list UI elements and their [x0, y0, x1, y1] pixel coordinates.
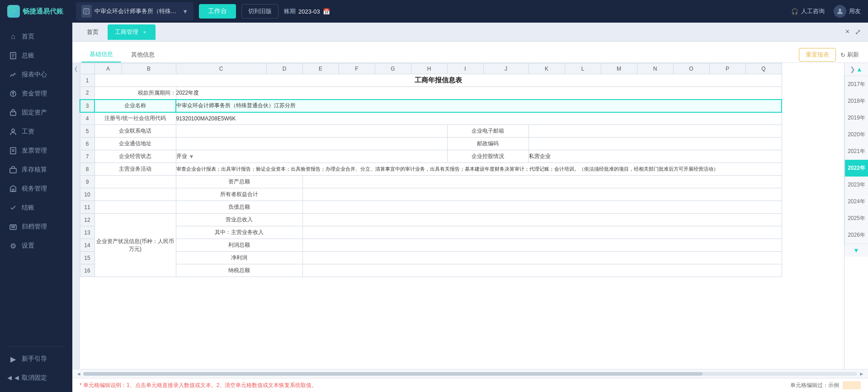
col-d[interactable]: D — [266, 63, 302, 74]
cell-shareholding-value[interactable]: 私营企业 — [528, 150, 782, 163]
company-selector[interactable]: 中审众环会计师事务所（特殊普通合伙... ▼ — [76, 2, 193, 20]
sidebar-item-home[interactable]: ⌂ 首页 — [0, 27, 72, 46]
scroll-right-btn[interactable]: ► — [859, 371, 864, 377]
sidebar-item-settings[interactable]: ⚙ 设置 — [0, 236, 72, 255]
calendar-icon[interactable]: 📅 — [323, 8, 330, 15]
cell-title[interactable]: 工商年报信息表 — [94, 74, 782, 87]
col-f[interactable]: F — [339, 63, 375, 74]
left-collapse-btn[interactable] — [72, 63, 80, 369]
cell-address-value[interactable] — [176, 138, 447, 150]
cell-main-revenue-value[interactable] — [302, 226, 782, 239]
col-c[interactable]: C — [176, 63, 266, 74]
cell-equity-value[interactable] — [302, 188, 782, 201]
year-item-2023[interactable]: 2023年 — [845, 177, 868, 193]
svg-rect-18 — [12, 226, 14, 228]
year-item-2017[interactable]: 2017年 — [845, 76, 868, 93]
page-content: 基础信息 其他信息 重置报表 ↻ 刷新 — [72, 42, 868, 392]
sidebar-item-tax[interactable]: 税务管理 — [0, 179, 72, 198]
scroll-track[interactable] — [83, 372, 857, 376]
col-k[interactable]: K — [528, 63, 565, 74]
cell-phone-value[interactable] — [176, 125, 447, 138]
col-j[interactable]: J — [483, 63, 528, 74]
year-item-2024[interactable]: 2024年 — [845, 193, 868, 210]
year-item-2025[interactable]: 2025年 — [845, 210, 868, 227]
col-p[interactable]: P — [709, 63, 745, 74]
col-n[interactable]: N — [637, 63, 673, 74]
sidebar-item-assets[interactable]: 固定资产 — [0, 103, 72, 122]
cell-tax-total-value[interactable] — [302, 264, 782, 277]
workbench-button[interactable]: 工作台 — [199, 4, 236, 19]
col-o[interactable]: O — [673, 63, 709, 74]
year-item-2021[interactable]: 2021年 — [845, 143, 868, 160]
cell-total-revenue-value[interactable] — [302, 214, 782, 226]
user-info[interactable]: 用友 — [834, 5, 861, 18]
right-panel: ❯ ▲ 2017年 2018年 2019年 2020年 2021年 2022年 … — [844, 63, 868, 369]
reset-report-button[interactable]: 重置报表 — [799, 48, 836, 62]
col-l[interactable]: L — [565, 63, 601, 74]
year-item-2022[interactable]: 2022年 — [845, 160, 868, 177]
cell-net-profit-value[interactable] — [302, 252, 782, 264]
window-close-btn[interactable]: × — [845, 28, 849, 36]
col-e[interactable]: E — [302, 63, 339, 74]
panel-down-icon[interactable]: ▼ — [853, 247, 859, 254]
spreadsheet-main[interactable]: A B C D E F G H I J K L — [80, 63, 844, 369]
sidebar-item-finance[interactable]: 资金管理 — [0, 84, 72, 103]
support-label: 人工咨询 — [801, 7, 825, 15]
tab-gongshang[interactable]: 工商管理 × — [108, 24, 156, 40]
window-expand-btn[interactable]: ⤢ — [855, 28, 861, 36]
year-item-2018[interactable]: 2018年 — [845, 93, 868, 110]
user-name: 用友 — [849, 7, 861, 15]
year-item-2020[interactable]: 2020年 — [845, 126, 868, 143]
table-row: 8 主营业务活动 审查企业会计报表；出具审计报告；验证企业资本；出具验资报告；办… — [80, 163, 782, 176]
sidebar-item-guide[interactable]: ▶ 新手引导 — [0, 349, 72, 368]
home-icon: ⌂ — [9, 33, 17, 41]
cell-period-value[interactable]: 2022年度 — [176, 87, 782, 100]
cell-profit-value[interactable] — [302, 239, 782, 252]
col-q[interactable]: Q — [745, 63, 782, 74]
row-num-12: 12 — [80, 214, 94, 226]
cell-liabilities-value[interactable] — [302, 201, 782, 214]
support-button[interactable]: 🎧 人工咨询 — [791, 7, 825, 15]
cell-status-value[interactable]: 开业 ▼ — [176, 150, 447, 163]
sidebar-item-archive[interactable]: 归档管理 — [0, 217, 72, 236]
row-num-5: 5 — [80, 125, 94, 138]
sidebar-item-payroll[interactable]: 工资 — [0, 122, 72, 141]
invoice-icon — [9, 147, 17, 155]
col-b[interactable]: B — [122, 63, 176, 74]
year-item-2019[interactable]: 2019年 — [845, 110, 868, 126]
cell-postal-value[interactable] — [528, 138, 782, 150]
tab-home[interactable]: 首页 — [80, 24, 106, 40]
col-a[interactable]: A — [94, 63, 122, 74]
tab-close-icon[interactable]: × — [141, 29, 148, 36]
cell-assets-value[interactable] — [302, 176, 782, 188]
col-i[interactable]: I — [447, 63, 483, 74]
sub-tab-basic[interactable]: 基础信息 — [81, 47, 121, 62]
panel-up-icon[interactable]: ▲ — [856, 66, 863, 73]
col-h[interactable]: H — [411, 63, 447, 74]
scroll-left-btn[interactable]: ◄ — [76, 371, 81, 377]
year-item-2026[interactable]: 2026年 — [845, 227, 868, 244]
sidebar-item-inventory[interactable]: 库存核算 — [0, 160, 72, 179]
sidebar-item-invoice[interactable]: 发票管理 — [0, 141, 72, 160]
sidebar-item-unpin[interactable]: ◄◄ 取消固定 — [0, 368, 72, 387]
sidebar-item-reports[interactable]: 报表中心 — [0, 65, 72, 84]
panel-collapse-left[interactable]: ❯ — [850, 66, 855, 73]
cell-business-value[interactable]: 审查企业会计报表；出具审计报告；验证企业资本；出具验资报告；办理企业合并、分立、… — [176, 163, 782, 176]
old-version-button[interactable]: 切到旧版 — [241, 4, 278, 19]
col-m[interactable]: M — [601, 63, 637, 74]
table-row: 1 工商年报信息表 — [80, 74, 782, 87]
period-value: 2023-03 — [298, 8, 320, 15]
cell-regno-value[interactable]: 91320100MA208E5W6K — [176, 112, 782, 125]
sub-tab-other[interactable]: 其他信息 — [123, 48, 163, 62]
bottom-scrollbar[interactable]: ◄ ► — [72, 369, 868, 378]
status-text: 开业 — [176, 153, 187, 160]
corner-cell — [80, 63, 94, 74]
cell-company-value[interactable]: 中审众环会计师事务所（特殊普通合伙）江苏分所 — [176, 100, 782, 112]
refresh-button[interactable]: ↻ 刷新 — [840, 51, 859, 59]
col-g[interactable]: G — [375, 63, 411, 74]
sub-tab-actions: 重置报表 ↻ 刷新 — [799, 48, 859, 62]
sidebar-item-ledger[interactable]: 总账 — [0, 46, 72, 65]
cell-email-value[interactable] — [528, 125, 782, 138]
sidebar-label-guide: 新手引导 — [22, 355, 47, 363]
sidebar-item-closing[interactable]: 结账 — [0, 198, 72, 217]
